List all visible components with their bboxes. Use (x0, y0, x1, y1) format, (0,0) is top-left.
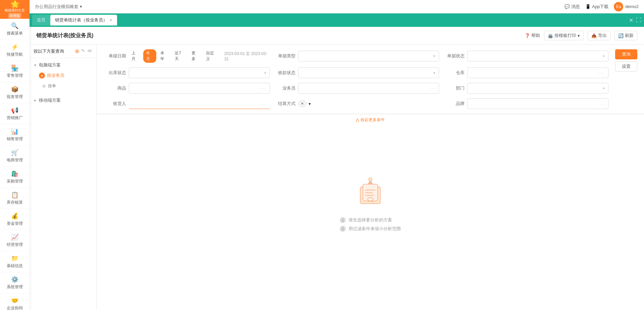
add-scheme-button[interactable]: ⊕ (75, 48, 79, 54)
left-panel: 按以下方案查询 ⊕ ✎ ≪ ▼ 电脑端方案 ● 按业务员 ⚙ 按 (30, 45, 97, 310)
scheme-group-desktop-title[interactable]: ▼ 电脑端方案 (30, 60, 96, 70)
topbar-left: 办公用品行业模拟账套 ▾ (35, 4, 82, 10)
brand-select[interactable]: ··· (467, 98, 608, 109)
tab-maximize[interactable]: ⛶ (636, 17, 641, 23)
tab-close-window[interactable]: ✕ (629, 17, 633, 23)
help-button[interactable]: ❓ 帮助 (525, 33, 540, 39)
goods-select[interactable]: ··· (129, 83, 270, 94)
tab-sales-report[interactable]: 销货单统计表（按业务员） ✕ (50, 15, 117, 25)
sidebar-item-label: 快捷导航 (7, 52, 23, 57)
order-status-label: 单据状态 (442, 53, 465, 59)
date-tab-custom[interactable]: 自定义 (203, 49, 220, 63)
salesperson-filter[interactable]: ··· (298, 83, 439, 94)
receiver-filter[interactable]: ··· (129, 98, 270, 109)
user-menu[interactable]: Ea demo2 (614, 2, 639, 11)
sidebar-item-inventory[interactable]: 📋 库存核算 (0, 188, 30, 209)
panel-header-title: 按以下方案查询 (34, 48, 64, 54)
quick-nav-icon: ⚡ (11, 43, 18, 51)
query-button[interactable]: 查询 (615, 49, 637, 59)
salesperson-select[interactable]: ··· (298, 83, 439, 94)
message-button[interactable]: 💬 消息 (565, 4, 580, 10)
export-button[interactable]: 📤 导出 (588, 31, 610, 40)
sidebar-item-wholesale[interactable]: 📦 批发管理 (0, 82, 30, 103)
scheme-item-by-order[interactable]: ⚙ 按单 (30, 81, 96, 91)
search-icon: 🔍 (11, 22, 18, 30)
edit-scheme-button[interactable]: ✎ (81, 48, 85, 54)
mobile-icon: 📱 (585, 4, 591, 9)
sidebar-item-ecommerce[interactable]: 🛒 电商管理 (0, 146, 30, 167)
logo-tag: 标准版 (8, 13, 21, 18)
sidebar-item-retail[interactable]: 🏪 零售管理 (0, 61, 30, 82)
date-tab-last-month[interactable]: 上月 (129, 49, 142, 63)
sales-icon: 📊 (11, 128, 18, 135)
sidebar-item-operation[interactable]: 📈 经营管理 (0, 230, 30, 251)
sidebar-item-finance[interactable]: 💰 资金管理 (0, 209, 30, 230)
inventory-icon: 📋 (11, 191, 18, 199)
order-type-filter[interactable]: ▾ (298, 51, 439, 61)
warehouse-filter[interactable]: ··· (467, 67, 608, 78)
settlement-filter[interactable]: × ▾ (298, 100, 439, 107)
order-type-select[interactable]: ▾ (298, 51, 439, 61)
tab-home[interactable]: 首页 (32, 15, 50, 25)
setting-button[interactable]: 设置 (615, 61, 637, 71)
sidebar-item-system[interactable]: ⚙️ 系统管理 (0, 272, 30, 294)
svg-rect-2 (365, 190, 375, 191)
department-label: 部门 (442, 85, 465, 91)
department-filter[interactable]: ▾ (467, 83, 608, 94)
sidebar-item-purchase[interactable]: 🛍️ 采购管理 (0, 167, 30, 188)
order-status-filter[interactable]: ▾ (467, 51, 608, 61)
filter-row-3: 商品 ··· 业务员 ··· (103, 83, 608, 94)
collapse-button[interactable]: ⋀ 收起更多条件 (97, 114, 644, 125)
collapse-panel-button[interactable]: ≪ (87, 48, 92, 54)
empty-illustration (354, 177, 387, 210)
filter-actions: 查询 设置 (615, 49, 637, 71)
payment-filter[interactable]: ▾ (298, 67, 439, 78)
sidebar-item-marketing[interactable]: 📢 营销推广 (0, 103, 30, 124)
order-status-select[interactable]: ▾ (467, 51, 608, 61)
scheme-group-mobile: ▼ 移动端方案 (30, 93, 96, 107)
username: demo2 (625, 4, 639, 9)
outbound-select[interactable]: ▾ (129, 67, 270, 78)
sidebar-item-sales[interactable]: 📊 销售管理 (0, 124, 30, 146)
settlement-tag[interactable]: × (298, 100, 307, 107)
sidebar-item-quick-nav[interactable]: ⚡ 快捷导航 (0, 40, 30, 61)
marketing-icon: 📢 (11, 107, 18, 114)
warehouse-select[interactable]: ··· (467, 67, 608, 78)
date-tab-this-month[interactable]: 本月 (143, 49, 156, 63)
goods-filter[interactable]: ··· (129, 83, 270, 94)
outbound-label: 出库状态 (103, 70, 126, 76)
refresh-button[interactable]: 🔄 刷新 (614, 31, 637, 40)
scheme-item-by-salesperson[interactable]: ● 按业务员 (30, 70, 96, 81)
sidebar-item-basic[interactable]: 📁 基础信息 (0, 251, 30, 272)
print-button[interactable]: 🖨️ 按模板打印 ▾ (544, 31, 584, 40)
date-tab-last-7-days[interactable]: 近7天 (172, 49, 187, 63)
brand-label: 品牌 (442, 101, 465, 107)
sidebar-item-search[interactable]: 🔍 搜索菜单 (0, 19, 30, 40)
warehouse-label: 仓库 (442, 70, 465, 76)
sidebar-item-label: 基础信息 (7, 263, 23, 269)
department-select[interactable]: ▾ (467, 83, 608, 94)
date-tab-more[interactable]: 更多 (189, 49, 202, 63)
outbound-filter[interactable]: ▾ (129, 67, 270, 78)
chevron-down-icon: ▾ (80, 4, 82, 9)
retail-icon: 🏪 (11, 64, 18, 72)
tab-close-button[interactable]: ✕ (109, 18, 112, 22)
print-chevron-down-icon: ▾ (578, 33, 580, 38)
brand-filter[interactable]: ··· (467, 98, 608, 109)
scheme-group-label: 移动端方案 (39, 97, 61, 103)
sidebar-item-label: 营销推广 (7, 115, 23, 121)
svg-point-7 (368, 200, 370, 202)
app-download-button[interactable]: 📱 App下载 (585, 4, 608, 10)
operation-icon: 📈 (11, 234, 18, 241)
receiver-label: 收货人 (103, 101, 126, 107)
payment-select[interactable]: ▾ (298, 67, 439, 78)
receiver-select[interactable]: ··· (129, 98, 270, 109)
empty-tip-2: 2 用过滤条件来缩小分析范围 (340, 226, 401, 232)
account-name: 办公用品行业模拟账套 (35, 4, 78, 10)
date-filter: 上月 本月 本年 近7天 更多 自定义 2023-03-01 至 2023-03… (129, 49, 270, 63)
scheme-group-mobile-title[interactable]: ▼ 移动端方案 (30, 95, 96, 105)
order-type-label: 单据类型 (273, 53, 296, 59)
account-dropdown[interactable]: 办公用品行业模拟账套 ▾ (35, 4, 82, 10)
date-tab-this-year[interactable]: 本年 (158, 49, 171, 63)
sidebar-item-enterprise[interactable]: 🤝 企业协同 (0, 294, 30, 310)
